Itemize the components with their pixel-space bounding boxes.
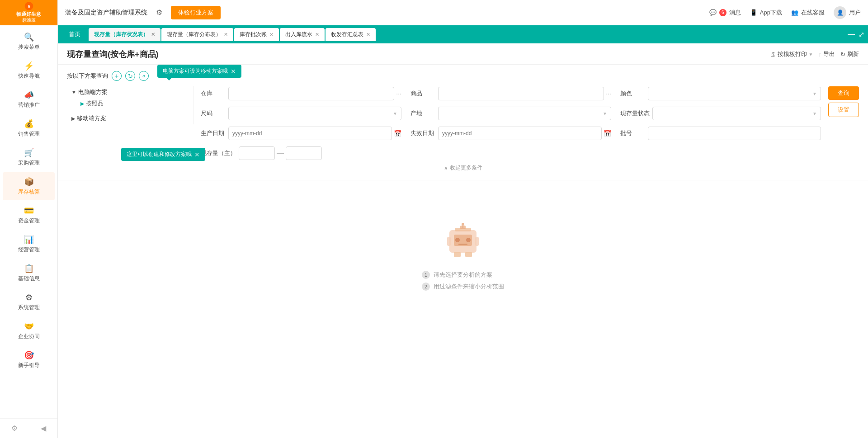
sidebar-item-sales[interactable]: 💰 销售管理 [3,114,55,142]
batch-no-label: 批号 [620,129,645,137]
marketing-icon: 📣 [24,90,34,100]
sidebar-item-marketing[interactable]: 📣 营销推广 [3,85,55,113]
mobile-scheme-label: 移动端方案 [77,114,106,122]
sidebar-label-search-menu: 搜索菜单 [18,43,40,51]
filter-right: 仓库 ··· 商品 ··· [193,86,821,160]
sales-icon: 💰 [24,119,34,129]
tab-batch-account[interactable]: 库存批次账 ✕ [234,28,279,41]
scheme-tree: ▼ 电脑端方案 ▶ 按照品 ▶ 移动端方案 [67,86,188,124]
collapse-sidebar-icon[interactable]: ◀ [41,424,46,433]
quick-nav-icon: ⚡ [24,61,34,71]
origin-arrow-icon: ▼ [603,111,607,116]
sidebar-label-enterprise: 企业协同 [18,333,40,340]
scheme-tooltip-close[interactable]: ✕ [231,68,236,75]
desktop-scheme-child[interactable]: ▶ 按照品 [80,98,188,109]
industry-button[interactable]: 体验行业方案 [171,6,221,19]
collapse-more-btn[interactable]: ∧ 收起更多条件 [67,160,859,174]
refresh-btn[interactable]: ↻ 刷新 [840,50,859,58]
sidebar-label-basic-info: 基础信息 [18,275,40,283]
production-date-calendar-icon[interactable]: 📅 [394,130,401,137]
sidebar-item-purchase[interactable]: 🛒 采购管理 [3,143,55,171]
user-label: 用户 [849,9,861,17]
production-date-input[interactable] [228,127,392,140]
tab-close-collect-report[interactable]: ✕ [366,32,370,38]
origin-label: 产地 [410,109,435,118]
online-support-action[interactable]: 👥 在线客服 [791,9,825,17]
desktop-child-icon: ▶ [80,101,84,107]
settings-bottom-icon[interactable]: ⚙ [11,424,18,433]
online-support-icon: 👥 [791,9,798,16]
stock-qty-input-max[interactable] [286,146,322,160]
messages-action[interactable]: 💬 6 消息 [709,9,741,17]
page-actions: 🖨 按模板打印 ▼ ↑ 导出 ↻ 刷新 [770,50,859,58]
user-section[interactable]: 👤 用户 [834,6,861,19]
tab-close-inventory-status[interactable]: ✕ [151,32,155,38]
expiry-date-calendar-icon[interactable]: 📅 [604,130,611,137]
stock-status-select[interactable]: ▼ [652,107,821,120]
mobile-scheme-group[interactable]: ▶ 移动端方案 [71,113,188,124]
filter-field-expiry-date: 失效日期 📅 [410,126,611,141]
tab-maximize-icon[interactable]: ⤢ [859,30,864,39]
tab-close-in-out-flow[interactable]: ✕ [315,32,319,38]
sidebar-item-finance[interactable]: 💳 资金管理 [3,201,55,229]
tab-home[interactable]: 首页 [61,28,88,41]
tab-in-out-flow[interactable]: 出入库流水 ✕ [280,28,325,41]
tab-collect-report[interactable]: 收发存汇总表 ✕ [326,28,376,41]
goods-input[interactable] [438,87,604,100]
reset-button[interactable]: 设置 [828,103,859,117]
stock-qty-input-min[interactable] [239,146,275,160]
svg-rect-11 [454,252,461,257]
color-label: 颜色 [620,89,645,98]
svg-text:6: 6 [28,4,30,9]
export-btn[interactable]: ↑ 导出 [819,50,835,58]
size-arrow-icon: ▼ [393,111,397,116]
sidebar-label-operations: 经营管理 [18,246,40,254]
sidebar-label-guide: 新手引导 [18,362,40,369]
sidebar-item-system[interactable]: ⚙ 系统管理 [3,288,55,316]
search-button[interactable]: 查询 [828,86,859,100]
sidebar-item-inventory[interactable]: 📦 库存核算 [3,172,55,200]
tab-label-inventory-status: 现存量（库存状况表） [94,31,148,38]
filter-field-stock-status: 现存量状态 ▼ [620,106,821,121]
tab-inventory-dist[interactable]: 现存量（库存分布表） ✕ [161,28,233,41]
filter-add-btn[interactable]: + [112,71,122,81]
color-select[interactable]: ▼ [648,87,821,100]
sidebar-item-search-menu[interactable]: 🔍 搜索菜单 [3,28,55,56]
filter-header: 按以下方案查询 + ↻ « 电脑方案可设为移动方案哦 ✕ [67,71,859,81]
tab-minimize-icon[interactable]: — [848,30,855,38]
warehouse-input[interactable] [228,87,394,100]
stock-status-label: 现存量状态 [620,109,650,118]
production-date-wrap: 📅 [228,127,401,140]
desktop-scheme-group[interactable]: ▼ 电脑端方案 [71,86,188,98]
svg-rect-12 [465,252,472,257]
user-avatar: 👤 [834,6,846,19]
sidebar-item-basic-info[interactable]: 📋 基础信息 [3,259,55,287]
expiry-date-input[interactable] [438,127,602,140]
header-settings-icon[interactable]: ⚙ [153,6,165,19]
tab-inventory-status[interactable]: 现存量（库存状况表） ✕ [89,28,160,41]
sidebar-label-finance: 资金管理 [18,217,40,225]
filter-left-scheme: ▼ 电脑端方案 ▶ 按照品 ▶ 移动端方案 [67,86,193,124]
filter-field-goods: 商品 ··· [410,86,611,101]
tab-close-batch-account[interactable]: ✕ [269,32,274,38]
sidebar-item-operations[interactable]: 📊 经营管理 [3,230,55,258]
tab-close-inventory-dist[interactable]: ✕ [224,32,228,38]
sidebar-item-enterprise[interactable]: 🤝 企业协同 [3,317,55,345]
sidebar-item-guide[interactable]: 🎯 新手引导 [3,346,55,374]
create-tooltip-close[interactable]: ✕ [194,151,200,158]
origin-select[interactable]: ▼ [438,107,611,120]
print-template-btn[interactable]: 🖨 按模板打印 ▼ [770,50,813,58]
sidebar-nav: 🔍 搜索菜单 ⚡ 快速导航 📣 营销推广 💰 销售管理 🛒 采购管理 📦 库存核… [0,25,57,418]
operations-icon: 📊 [24,235,34,245]
warehouse-dots: ··· [396,90,401,97]
filter-back-btn[interactable]: « [139,71,149,81]
scheme-tooltip: 电脑方案可设为移动方案哦 ✕ [157,65,241,78]
filter-field-batch-no: 批号 [620,126,821,141]
batch-no-input[interactable] [648,127,821,140]
filter-field-warehouse: 仓库 ··· [201,86,401,101]
filter-refresh-btn[interactable]: ↻ [125,71,135,81]
size-select[interactable]: ▼ [228,107,401,120]
sidebar-item-quick-nav[interactable]: ⚡ 快速导航 [3,57,55,85]
app-download-action[interactable]: 📱 App下载 [750,9,782,17]
svg-point-14 [462,223,464,226]
